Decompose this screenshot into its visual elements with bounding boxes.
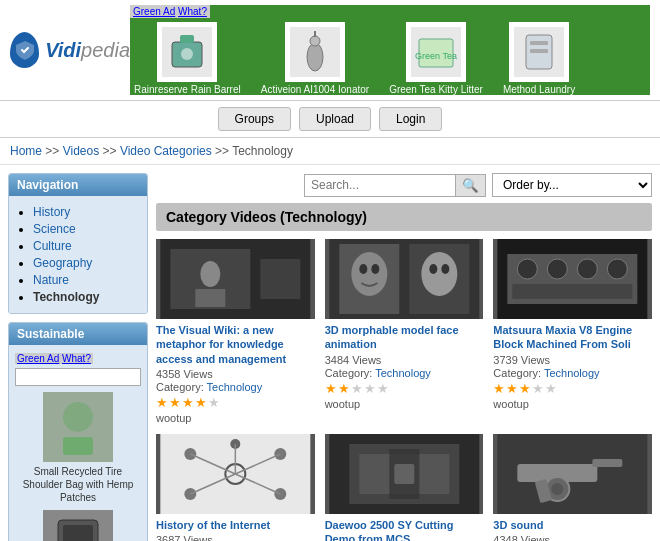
breadcrumb-video-categories[interactable]: Video Categories xyxy=(120,144,212,158)
ad-img-4 xyxy=(509,22,569,82)
svg-rect-47 xyxy=(513,284,633,299)
video-thumb-3[interactable] xyxy=(156,434,315,514)
breadcrumb: Home >> Videos >> Video Categories >> Te… xyxy=(0,138,660,165)
ad-item-3-name: Green Tea Kitty Litter xyxy=(389,84,483,95)
ad-item-1[interactable]: Rainreserve Rain Barrel xyxy=(134,22,241,95)
star-3: ★ xyxy=(182,395,195,410)
login-button[interactable]: Login xyxy=(379,107,442,131)
sidebar-item-history[interactable]: History xyxy=(33,205,139,219)
video-title-1[interactable]: 3D morphable model face animation xyxy=(325,323,484,352)
sus-product-1[interactable]: Small Recycled Tire Shoulder Bag with He… xyxy=(15,392,141,504)
sus-ad-label: Green Ad What? xyxy=(15,353,93,364)
svg-rect-45 xyxy=(578,259,598,279)
sidebar-item-geography[interactable]: Geography xyxy=(33,256,139,270)
category-link-2[interactable]: Technology xyxy=(544,367,600,379)
sus-what-link[interactable]: What? xyxy=(62,353,91,364)
svg-point-6 xyxy=(310,36,320,46)
logo-icon xyxy=(10,32,39,68)
svg-text:Green Tea: Green Tea xyxy=(415,51,457,61)
ad-what-link[interactable]: What? xyxy=(178,6,207,17)
ad-items: Rainreserve Rain Barrel Activeion AI1004… xyxy=(130,5,650,95)
video-stars-0: ★★★★★ xyxy=(156,395,315,410)
category-title: Category Videos (Technology) xyxy=(156,203,652,231)
svg-point-40 xyxy=(441,264,449,274)
svg-point-35 xyxy=(359,264,367,274)
svg-rect-64 xyxy=(394,464,414,484)
video-stars-1: ★★★★★ xyxy=(325,381,484,396)
video-thumb-1[interactable] xyxy=(325,239,484,319)
svg-point-39 xyxy=(429,264,437,274)
breadcrumb-videos[interactable]: Videos xyxy=(63,144,99,158)
video-user-2: wootup xyxy=(493,398,652,410)
logo-text: Vidipedia xyxy=(45,37,130,63)
sus-product-img-2 xyxy=(43,510,113,541)
video-title-0[interactable]: The Visual Wiki: a new metaphor for know… xyxy=(156,323,315,366)
ad-item-4-name: Method Laundry xyxy=(503,84,575,95)
svg-rect-20 xyxy=(63,525,93,541)
search-button[interactable]: 🔍 xyxy=(455,175,485,196)
nature-link[interactable]: Nature xyxy=(33,273,69,287)
video-views-5: 4348 Views xyxy=(493,534,652,541)
svg-point-34 xyxy=(351,252,387,296)
video-thumb-5[interactable] xyxy=(493,434,652,514)
category-link-0[interactable]: Technology xyxy=(207,381,263,393)
svg-rect-2 xyxy=(180,35,194,43)
nav-bar: Groups Upload Login xyxy=(0,101,660,138)
video-card-5: 3D sound 4348 Views Category: Technology… xyxy=(493,434,652,541)
video-user-0: wootup xyxy=(156,412,315,424)
order-by-select[interactable]: Order by... xyxy=(492,173,652,197)
technology-link[interactable]: Technology xyxy=(33,290,99,304)
navigation-box: Navigation History Science Culture Geogr… xyxy=(8,173,148,314)
video-title-3[interactable]: History of the Internet xyxy=(156,518,315,532)
groups-button[interactable]: Groups xyxy=(218,107,291,131)
svg-point-69 xyxy=(552,483,564,495)
star-5: ★ xyxy=(208,395,221,410)
sidebar-item-science[interactable]: Science xyxy=(33,222,139,236)
history-link[interactable]: History xyxy=(33,205,70,219)
video-card-4: Daewoo 2500 SY Cutting Demo from MCS 385… xyxy=(325,434,484,541)
star-5: ★ xyxy=(377,381,390,396)
ad-item-2[interactable]: Activeion AI1004 Ionator xyxy=(261,22,369,95)
ad-img-3: Green Tea xyxy=(406,22,466,82)
sidebar-item-nature[interactable]: Nature xyxy=(33,273,139,287)
video-views-2: 3739 Views xyxy=(493,354,652,366)
video-category-1: Category: Technology xyxy=(325,367,484,379)
star-2: ★ xyxy=(506,381,519,396)
svg-point-38 xyxy=(421,252,457,296)
science-link[interactable]: Science xyxy=(33,222,76,236)
sus-search-input[interactable] xyxy=(15,368,141,386)
video-title-4[interactable]: Daewoo 2500 SY Cutting Demo from MCS xyxy=(325,518,484,541)
breadcrumb-current: Technology xyxy=(232,144,293,158)
breadcrumb-home[interactable]: Home xyxy=(10,144,42,158)
ad-item-4[interactable]: Method Laundry xyxy=(503,22,575,95)
svg-rect-17 xyxy=(63,437,93,455)
svg-rect-46 xyxy=(608,259,628,279)
video-card-3: History of the Internet 3687 Views Categ… xyxy=(156,434,315,541)
ad-img-2 xyxy=(285,22,345,82)
video-thumb-4[interactable] xyxy=(325,434,484,514)
star-3: ★ xyxy=(351,381,364,396)
nav-links: History Science Culture Geography Nature… xyxy=(9,196,147,313)
geography-link[interactable]: Geography xyxy=(33,256,92,270)
ad-item-2-name: Activeion AI1004 Ionator xyxy=(261,84,369,95)
sus-product-2[interactable]: ECOWATT Solar Backpack xyxy=(15,510,141,541)
search-input[interactable] xyxy=(305,175,455,195)
ad-item-3[interactable]: Green Tea Green Tea Kitty Litter xyxy=(389,22,483,95)
video-card-0: The Visual Wiki: a new metaphor for know… xyxy=(156,239,315,424)
sidebar: Navigation History Science Culture Geogr… xyxy=(8,173,148,541)
ad-label: Green Ad What? xyxy=(130,5,210,18)
star-2: ★ xyxy=(169,395,182,410)
green-ad-text: Green Ad xyxy=(133,6,175,17)
video-card-1: 3D morphable model face animation 3484 V… xyxy=(325,239,484,424)
video-title-5[interactable]: 3D sound xyxy=(493,518,652,532)
category-link-1[interactable]: Technology xyxy=(375,367,431,379)
sidebar-item-culture[interactable]: Culture xyxy=(33,239,139,253)
upload-button[interactable]: Upload xyxy=(299,107,371,131)
svg-point-29 xyxy=(200,261,220,287)
video-thumb-2[interactable] xyxy=(493,239,652,319)
svg-rect-67 xyxy=(593,459,623,467)
video-thumb-0[interactable] xyxy=(156,239,315,319)
culture-link[interactable]: Culture xyxy=(33,239,72,253)
sidebar-item-technology[interactable]: Technology xyxy=(33,290,139,304)
video-title-2[interactable]: Matsuura Maxia V8 Engine Block Machined … xyxy=(493,323,652,352)
